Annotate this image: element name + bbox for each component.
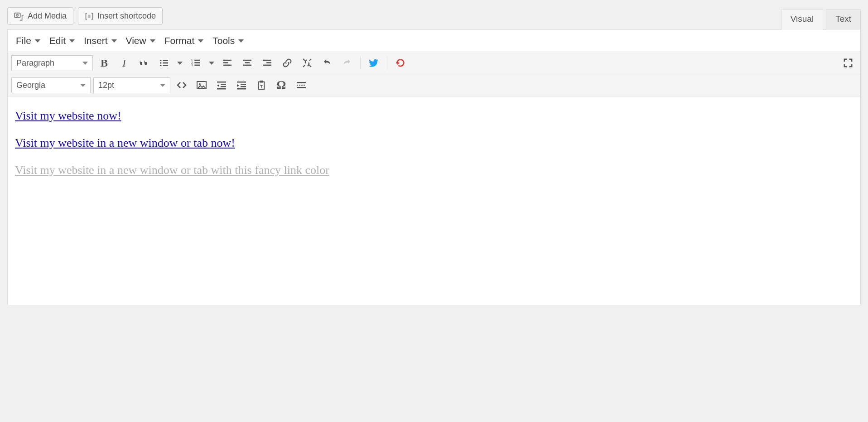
separator	[387, 57, 387, 69]
camera-music-icon	[14, 12, 24, 21]
editor-content[interactable]: Visit my website now! Visit my website i…	[8, 96, 860, 305]
restore-button[interactable]	[392, 55, 409, 71]
svg-rect-17	[223, 65, 231, 66]
bold-button[interactable]: B	[96, 55, 113, 71]
svg-rect-30	[217, 82, 226, 83]
source-code-button[interactable]	[173, 77, 190, 93]
caret-down-icon	[238, 39, 244, 43]
menu-format[interactable]: Format	[161, 33, 207, 49]
fullscreen-button[interactable]	[839, 55, 857, 71]
add-media-label: Add Media	[28, 11, 67, 21]
svg-rect-18	[243, 60, 251, 61]
editor-mode-tabs: Visual Text	[778, 9, 861, 29]
tab-visual[interactable]: Visual	[781, 9, 823, 30]
svg-line-25	[309, 65, 311, 67]
svg-point-7	[160, 65, 162, 67]
svg-rect-34	[237, 82, 246, 83]
svg-rect-16	[223, 62, 228, 63]
align-left-button[interactable]	[219, 55, 236, 71]
svg-rect-36	[241, 86, 246, 87]
unlink-button[interactable]	[299, 55, 316, 71]
svg-rect-33	[217, 88, 226, 90]
caret-down-icon	[111, 39, 117, 43]
svg-rect-41	[297, 82, 306, 83]
outdent-button[interactable]	[213, 77, 230, 93]
svg-point-3	[160, 60, 162, 62]
insert-shortcode-label: Insert shortcode	[97, 11, 156, 21]
add-media-button[interactable]: Add Media	[7, 7, 73, 25]
block-format-select[interactable]: Paragraph	[11, 55, 93, 71]
svg-point-5	[160, 62, 162, 64]
tab-text-label: Text	[835, 14, 851, 24]
menu-tools[interactable]: Tools	[209, 33, 247, 49]
menu-insert[interactable]: Insert	[80, 33, 121, 49]
svg-rect-22	[266, 62, 271, 63]
svg-text:3: 3	[191, 63, 193, 67]
caret-down-icon	[80, 84, 86, 87]
insert-shortcode-button[interactable]: Insert shortcode	[78, 7, 163, 25]
font-size-select[interactable]: 12pt	[93, 77, 170, 93]
content-link-3[interactable]: Visit my website in a new window or tab …	[15, 163, 329, 177]
content-link-1[interactable]: Visit my website now!	[15, 109, 121, 122]
svg-line-26	[309, 59, 311, 61]
svg-text:T: T	[260, 84, 263, 89]
svg-rect-0	[14, 13, 20, 17]
editor-container: File Edit Insert View Format Tools Parag…	[7, 29, 861, 305]
svg-rect-12	[194, 62, 200, 63]
svg-line-24	[303, 59, 305, 61]
svg-rect-43	[297, 87, 306, 88]
svg-line-27	[303, 65, 305, 67]
block-format-value: Paragraph	[16, 58, 54, 68]
indent-button[interactable]	[233, 77, 250, 93]
svg-rect-6	[163, 62, 168, 64]
svg-rect-35	[241, 84, 246, 85]
undo-button[interactable]	[318, 55, 336, 71]
paste-text-button[interactable]: T	[253, 77, 270, 93]
tab-text[interactable]: Text	[826, 9, 861, 30]
svg-point-29	[199, 83, 201, 85]
caret-down-icon	[150, 39, 155, 43]
align-center-button[interactable]	[239, 55, 256, 71]
caret-down-icon	[209, 62, 214, 65]
svg-rect-15	[223, 60, 231, 61]
tab-visual-label: Visual	[791, 14, 814, 24]
twitter-button[interactable]	[365, 55, 382, 71]
svg-point-1	[16, 14, 18, 16]
numbered-list-menu[interactable]	[207, 55, 216, 71]
font-size-value: 12pt	[98, 81, 114, 90]
bullet-list-menu[interactable]	[175, 55, 184, 71]
bullet-list-button[interactable]	[155, 55, 173, 71]
numbered-list-button[interactable]: 123	[187, 55, 204, 71]
svg-rect-39	[260, 81, 263, 83]
svg-rect-14	[194, 65, 200, 66]
font-family-value: Georgia	[16, 81, 45, 90]
toolbar-row-1: Paragraph B I 123	[8, 52, 860, 74]
caret-down-icon	[35, 39, 40, 43]
svg-rect-8	[163, 65, 168, 66]
special-char-button[interactable]: Ω	[273, 77, 290, 93]
insert-image-button[interactable]	[193, 77, 210, 93]
toolbar-row-2: Georgia 12pt T Ω	[8, 74, 860, 96]
menubar: File Edit Insert View Format Tools	[8, 30, 860, 52]
svg-rect-20	[243, 65, 251, 66]
svg-rect-37	[237, 88, 246, 90]
caret-down-icon	[177, 62, 183, 65]
redo-button[interactable]	[338, 55, 356, 71]
link-button[interactable]	[279, 55, 296, 71]
svg-rect-23	[263, 65, 271, 66]
svg-rect-4	[163, 60, 168, 61]
content-link-2[interactable]: Visit my website in a new window or tab …	[15, 136, 235, 149]
caret-down-icon	[160, 84, 165, 87]
caret-down-icon	[198, 39, 203, 43]
menu-edit[interactable]: Edit	[46, 33, 78, 49]
blockquote-button[interactable]	[135, 55, 153, 71]
svg-rect-19	[245, 62, 250, 63]
align-right-button[interactable]	[259, 55, 276, 71]
menu-view[interactable]: View	[122, 33, 159, 49]
font-family-select[interactable]: Georgia	[11, 77, 91, 93]
italic-button[interactable]: I	[116, 55, 133, 71]
shortcode-icon	[85, 12, 94, 21]
read-more-button[interactable]	[293, 77, 310, 93]
caret-down-icon	[69, 39, 75, 43]
menu-file[interactable]: File	[12, 33, 44, 49]
